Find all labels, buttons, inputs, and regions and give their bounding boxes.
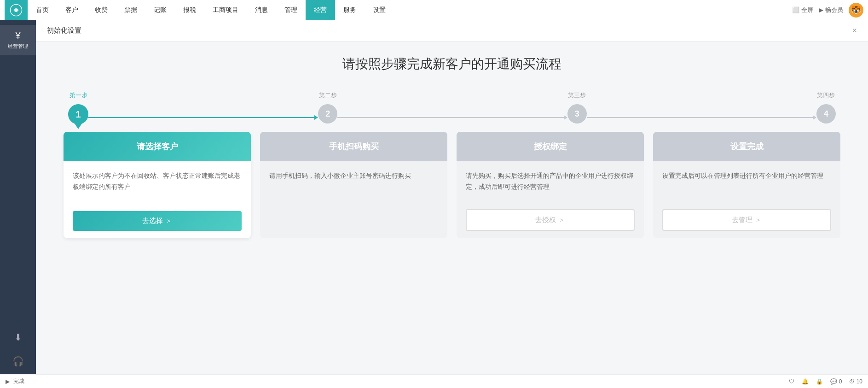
sidebar-label: 经营管理 [8, 43, 28, 50]
yuan-icon: ¥ [15, 30, 20, 41]
nav-settings[interactable]: 设置 [365, 0, 394, 20]
shield-icon: 🛡 [789, 378, 794, 385]
status-bar-right: 🛡 🔔 🔒 💬 0 ⏱ 10 [789, 378, 862, 385]
step-4-number: 4 [824, 109, 828, 119]
svg-point-1 [15, 9, 17, 12]
line-2 [337, 117, 563, 118]
line-3 [587, 117, 813, 118]
step-1-col: 第一步 1 [68, 91, 88, 124]
card-2-body: 请用手机扫码，输入小微企业主账号密码进行购买 [260, 161, 447, 223]
card-1-body: 该处展示的客户为不在回收站、客户状态正常建账后完成老板端绑定的所有客户 [64, 161, 251, 204]
bell-icon: 🔔 [802, 378, 809, 385]
nav-customer[interactable]: 客户 [57, 0, 87, 20]
download-icon: ⬇ [14, 332, 22, 343]
card-4-footer: 去管理 ＞ [653, 202, 840, 238]
card-4-header: 设置完成 [653, 132, 840, 161]
sidebar: ¥ 经营管理 ⬇ 🎧 [0, 20, 36, 374]
headset-icon: 🎧 [12, 356, 24, 367]
step-3-number: 3 [575, 109, 579, 119]
line-1 [88, 117, 314, 118]
status-bar: ▶ 完成 🛡 🔔 🔒 💬 0 ⏱ 10 [0, 374, 868, 388]
step-1-pin: 1 [68, 104, 88, 124]
go-authorize-button[interactable]: 去授权 ＞ [466, 209, 635, 231]
play-icon: ▶ [6, 378, 10, 385]
vip-btn[interactable]: ▶ 畅会员 [819, 6, 843, 14]
card-2-header: 手机扫码购买 [260, 132, 447, 161]
arrowhead-3 [813, 115, 816, 120]
fullscreen-btn[interactable]: ⬜ 全屏 [792, 6, 813, 14]
cards-row: 请选择客户 该处展示的客户为不在回收站、客户状态正常建账后完成老板端绑定的所有客… [54, 132, 850, 238]
nav-operation[interactable]: 经营 [306, 0, 335, 20]
nav-business[interactable]: 工商项目 [204, 0, 247, 20]
play-icon: ▶ [819, 6, 823, 13]
card-2-footer [260, 223, 447, 238]
sidebar-bottom: ⬇ 🎧 [12, 326, 24, 374]
avatar[interactable]: 🐯 [849, 3, 863, 18]
nav-right: ⬜ 全屏 ▶ 畅会员 🐯 [792, 3, 863, 18]
step-4-label: 第四步 [817, 91, 835, 100]
timer: ⏱ 10 [849, 378, 862, 385]
fullscreen-icon: ⬜ [792, 6, 799, 13]
page-title: 初始化设置 [47, 26, 81, 35]
sidebar-support[interactable]: 🎧 [12, 350, 24, 374]
step-2-number: 2 [325, 109, 330, 119]
go-select-button[interactable]: 去选择 ＞ [73, 211, 242, 231]
step-3-circle: 3 [567, 104, 587, 123]
status-text: 完成 [13, 377, 24, 385]
nav-fee[interactable]: 收费 [87, 0, 116, 20]
main-content: 初始化设置 × 请按照步骤完成新客户的开通购买流程 第一步 1 [36, 20, 868, 374]
arrow-1 [88, 115, 318, 120]
step-4-col: 第四步 4 [816, 91, 836, 123]
lock-icon: 🔒 [816, 378, 823, 385]
nav-message[interactable]: 消息 [247, 0, 276, 20]
nav-items: 首页 客户 收费 票据 记账 报税 工商项目 消息 管理 经营 服务 设置 [28, 0, 792, 20]
sidebar-download[interactable]: ⬇ [12, 326, 24, 350]
card-4: 设置完成 设置完成后可以在管理列表进行所有企业用户的经营管理 去管理 ＞ [653, 132, 840, 238]
nav-home[interactable]: 首页 [28, 0, 57, 20]
step-1-number: 1 [75, 109, 81, 120]
nav-tax[interactable]: 报税 [175, 0, 204, 20]
step-3-label: 第三步 [568, 91, 586, 100]
card-3: 授权绑定 请先购买，购买后选择开通的产品中的企业用户进行授权绑定，成功后即可进行… [457, 132, 644, 238]
steps-timeline: 第一步 1 第二步 2 [54, 91, 850, 124]
arrowhead-2 [564, 115, 567, 120]
card-3-header: 授权绑定 [457, 132, 644, 161]
step-1-label: 第一步 [69, 91, 87, 100]
step-1-circle: 1 [68, 104, 88, 124]
sidebar-item-operation[interactable]: ¥ 经营管理 [0, 25, 36, 55]
chat-count: 💬 0 [830, 378, 842, 385]
step-2-col: 第二步 2 [318, 91, 337, 123]
nav-account[interactable]: 记账 [145, 0, 175, 20]
step-4-circle: 4 [816, 104, 836, 123]
setup-container: 请按照步骤完成新客户的开通购买流程 第一步 1 第二步 [36, 41, 868, 252]
nav-manage[interactable]: 管理 [276, 0, 306, 20]
arrow-3 [587, 115, 816, 120]
nav-invoice[interactable]: 票据 [116, 0, 145, 20]
card-1-footer: 去选择 ＞ [64, 204, 251, 238]
card-3-body: 请先购买，购买后选择开通的产品中的企业用户进行授权绑定，成功后即可进行经营管理 [457, 161, 644, 202]
arrow-2 [337, 115, 567, 120]
card-2: 手机扫码购买 请用手机扫码，输入小微企业主账号密码进行购买 [260, 132, 447, 238]
step-2-circle: 2 [318, 104, 337, 123]
arrowhead-1 [314, 115, 318, 120]
nav-service[interactable]: 服务 [335, 0, 365, 20]
page-header: 初始化设置 × [36, 20, 868, 41]
card-3-footer: 去授权 ＞ [457, 202, 644, 238]
step-3-col: 第三步 3 [567, 91, 587, 123]
step-2-label: 第二步 [319, 91, 337, 100]
card-1: 请选择客户 该处展示的客户为不在回收站、客户状态正常建账后完成老板端绑定的所有客… [64, 132, 251, 238]
go-manage-button[interactable]: 去管理 ＞ [662, 209, 831, 231]
setup-heading: 请按照步骤完成新客户的开通购买流程 [54, 55, 850, 73]
top-navigation: 首页 客户 收费 票据 记账 报税 工商项目 消息 管理 经营 服务 设置 ⬜ … [0, 0, 868, 20]
card-4-body: 设置完成后可以在管理列表进行所有企业用户的经营管理 [653, 161, 840, 202]
logo [5, 0, 28, 20]
close-button[interactable]: × [852, 26, 857, 35]
card-1-header: 请选择客户 [64, 132, 251, 161]
